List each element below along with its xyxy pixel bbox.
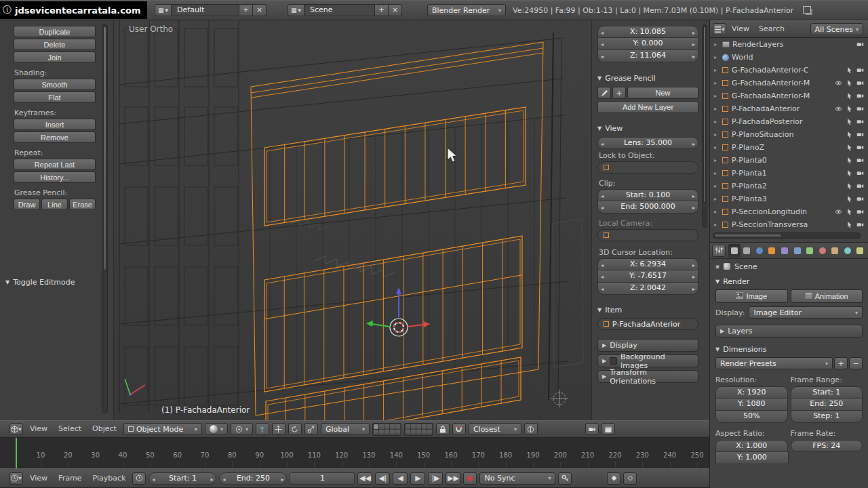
tl-menu-view[interactable]: View [26, 469, 52, 488]
expand-icon[interactable]: ▸ [714, 67, 722, 73]
expand-icon[interactable]: ▸ [714, 222, 722, 228]
play-reverse-button[interactable]: ◀ [393, 472, 408, 485]
display-select[interactable]: Image Editor▾ [749, 306, 863, 319]
context-pin-icon[interactable]: ▪ [715, 263, 719, 270]
renderable-camera-icon[interactable] [856, 131, 865, 138]
delete-keyframe-icon[interactable] [623, 472, 637, 485]
renderable-camera-icon[interactable] [856, 105, 865, 113]
render-icon[interactable] [856, 41, 865, 48]
layer-dot-4[interactable] [390, 424, 395, 429]
orientation-select[interactable]: Global▾ [321, 423, 370, 435]
properties-tab-texture[interactable] [829, 244, 841, 258]
layer-dot-10[interactable] [427, 430, 432, 434]
browse-scenes-icon[interactable]: ▦▾ [288, 4, 304, 16]
lock-to-object-field[interactable] [597, 161, 698, 174]
keying-set-icon[interactable] [558, 472, 572, 485]
expand-icon[interactable]: ▸ [714, 157, 722, 163]
panel-render[interactable]: ▼Render [715, 275, 863, 287]
gp-erase-button[interactable]: Erase [69, 199, 96, 210]
layer-dot-7[interactable] [379, 430, 384, 434]
panel-dimensions[interactable]: ▼Dimensions [715, 343, 863, 355]
gp-plus-icon[interactable]: + [612, 87, 626, 99]
prev-keyframe-button[interactable]: ◀| [375, 472, 390, 485]
transform-z-field[interactable]: ◂Z: 11.064▸ [597, 50, 698, 62]
vp-menu-object[interactable]: Object [88, 420, 121, 439]
outliner-item-p-secciontransversa[interactable]: ▸P-SeccionTransversa [710, 218, 868, 231]
translate-manipulator-icon[interactable] [272, 423, 285, 435]
editor-type-3dview-icon[interactable]: ▾ [9, 423, 23, 435]
layers-grid-2[interactable] [404, 423, 433, 436]
tl-menu-playback[interactable]: Playback [88, 469, 130, 488]
resolution-percent-field[interactable]: 50% [715, 411, 788, 423]
expand-icon[interactable]: ▸ [714, 93, 722, 99]
render-engine-select[interactable]: Blender Render▾ [427, 4, 506, 16]
empty-object[interactable] [551, 390, 568, 407]
shading-select[interactable]: ▾ [205, 423, 228, 435]
play-button[interactable]: ▶ [410, 472, 425, 485]
visibility-eye-icon[interactable] [834, 208, 843, 216]
lock-icon[interactable] [436, 423, 450, 435]
transform-y-field[interactable]: ◂Y: 0.000▸ [597, 38, 698, 50]
properties-tab-material[interactable] [816, 244, 829, 258]
renderable-camera-icon[interactable] [856, 92, 865, 100]
selectable-cursor-icon[interactable] [845, 182, 854, 190]
selectable-cursor-icon[interactable] [845, 157, 854, 164]
expand-icon[interactable]: ▸ [714, 209, 722, 215]
join-button[interactable]: Join [14, 52, 96, 63]
tl-menu-frame[interactable]: Frame [54, 469, 85, 488]
preview-range-icon[interactable] [132, 472, 146, 485]
lens-field[interactable]: ◂Lens: 35.000▸ [597, 137, 698, 149]
properties-tab-render[interactable] [728, 244, 741, 258]
outliner-item-p-planta1[interactable]: ▸P-Planta1 [710, 167, 868, 180]
n-panel-scrollbar[interactable] [702, 24, 707, 228]
snap-magnet-icon[interactable] [452, 423, 466, 435]
window-duplicate-icon[interactable] [803, 6, 811, 14]
tool-shelf-scrollbar[interactable] [102, 24, 108, 413]
insert-keyframe-icon[interactable] [607, 472, 620, 485]
layer-dot-3[interactable] [384, 424, 389, 429]
selectable-cursor-icon[interactable] [845, 79, 854, 87]
selectable-cursor-icon[interactable] [845, 66, 854, 74]
gp-new-button[interactable]: New [627, 87, 698, 99]
layer-dot-9[interactable] [422, 430, 427, 434]
smooth-button[interactable]: Smooth [14, 79, 96, 90]
layer-dot-7[interactable] [411, 430, 416, 434]
duplicate-button[interactable]: Duplicate [14, 26, 96, 37]
outliner-item-g-fachadaanterior-m[interactable]: ▸G-FachadaAnterior-M [710, 89, 868, 102]
layer-dot-2[interactable] [379, 424, 384, 429]
outliner-item-renderlayers[interactable]: ▸RenderLayers [710, 38, 868, 51]
scale-manipulator-icon[interactable] [304, 423, 318, 435]
insert-keyframe-button[interactable]: Insert [14, 119, 96, 130]
gp-line-button[interactable]: Line [41, 199, 68, 210]
remove-keyframe-button[interactable]: Remove [14, 131, 96, 143]
jump-to-end-button[interactable]: ▶▶ [446, 472, 460, 485]
manipulator-toggle-icon[interactable] [256, 423, 269, 435]
outliner-menu-search[interactable]: Search [755, 21, 789, 37]
expand-icon[interactable]: ▸ [714, 170, 722, 176]
close-scene-button[interactable]: × [389, 4, 402, 16]
item-name-field[interactable]: P-FachadaAnterior [597, 318, 698, 330]
editor-type-timeline-icon[interactable]: ▾ [9, 472, 23, 485]
cursor-y-field[interactable]: ◂Y: -7.6517▸ [597, 270, 698, 283]
selectable-cursor-icon[interactable] [845, 144, 854, 151]
editor-type-outliner-icon[interactable]: ▾ [713, 23, 726, 35]
selectable-cursor-icon[interactable] [845, 118, 854, 125]
layers-grid-1[interactable] [372, 423, 401, 436]
outliner-item-world[interactable]: ▸World [710, 51, 868, 64]
outliner-scrollbar[interactable] [713, 232, 861, 239]
gp-pencil-icon[interactable] [597, 87, 611, 99]
clip-start-field[interactable]: ◂Start: 0.100▸ [597, 189, 698, 201]
close-layout-button[interactable]: × [253, 4, 267, 16]
panel-item[interactable]: ▼Item [597, 304, 698, 316]
opengl-render-icon[interactable] [585, 423, 599, 435]
browse-layouts-icon[interactable]: ▦▾ [155, 4, 172, 16]
selectable-cursor-icon[interactable] [845, 131, 854, 138]
outliner-item-g-fachadaanterior-c[interactable]: ▸G-FachadaAnterior-C [710, 64, 868, 77]
properties-tab-object[interactable] [766, 244, 778, 258]
renderable-camera-icon[interactable] [856, 79, 865, 87]
history-button[interactable]: History... [14, 171, 96, 183]
add-layout-button[interactable]: + [239, 4, 253, 16]
layer-dot-5[interactable] [427, 424, 432, 429]
expand-icon[interactable]: ▸ [714, 183, 722, 189]
current-frame-marker[interactable] [16, 438, 17, 468]
